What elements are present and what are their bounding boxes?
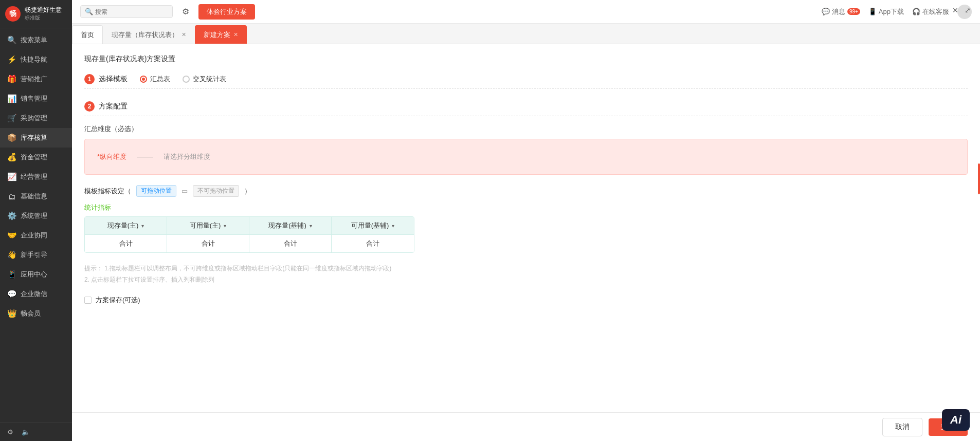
- radio-summary-label: 汇总表: [150, 75, 170, 84]
- indicator-settings: 模板指标设定（ 可拖动位置 ▭ 不可拖动位置 ） 统计指标 现存量(主): [84, 185, 968, 253]
- stats-body-cell-3: 合计: [249, 235, 331, 252]
- stats-col3-label: 现存量(基辅): [268, 221, 306, 230]
- operation-icon: 📈: [7, 172, 16, 181]
- sidebar-item-finance[interactable]: 💰 资金管理: [0, 148, 72, 167]
- sidebar-label-operation: 经营管理: [21, 172, 47, 181]
- sidebar-item-operation[interactable]: 📈 经营管理: [0, 167, 72, 187]
- sidebar-label-basic-info: 基础信息: [21, 192, 47, 201]
- sidebar-item-quick-nav[interactable]: ⚡ 快捷导航: [0, 50, 72, 69]
- topbar: 🔍 ⚙ 体验行业方案 💬 消息 99+ 📱 App下载 🎧 在线客服: [72, 0, 980, 24]
- stats-header-cell-1[interactable]: 现存量(主) ▾: [85, 217, 167, 235]
- search-icon-topbar: 🔍: [85, 8, 93, 15]
- radio-cross[interactable]: 交叉统计表: [183, 75, 226, 84]
- wechat-icon: 💬: [7, 289, 16, 299]
- stats-header-cell-2[interactable]: 可用量(主) ▾: [167, 217, 249, 235]
- section1-header: 1 选择模板 汇总表 交叉统计表: [84, 74, 968, 89]
- expand-window-button[interactable]: ⤢: [964, 6, 972, 14]
- speaker-footer-icon[interactable]: 🔈: [22, 428, 30, 436]
- app-badge: 标准版: [25, 14, 62, 22]
- sidebar-item-inventory[interactable]: 📦 库存核算: [0, 128, 72, 148]
- sidebar-label-marketing: 营销推广: [21, 75, 47, 84]
- page-title: 现存量(库存状况表)方案设置: [84, 54, 968, 64]
- topbar-search-box[interactable]: 🔍: [80, 5, 173, 18]
- topbar-right: 💬 消息 99+ 📱 App下载 🎧 在线客服: [822, 5, 972, 19]
- tab-new-scheme[interactable]: 新建方案 ✕: [195, 25, 247, 44]
- sidebar-label-system: 系统管理: [21, 211, 47, 220]
- scrollbar-indicator[interactable]: [978, 163, 980, 194]
- close-window-button[interactable]: ✕: [951, 6, 959, 14]
- online-service-button[interactable]: 🎧 在线客服: [912, 7, 949, 16]
- app-center-icon: 📱: [7, 270, 16, 279]
- sidebar-item-wechat[interactable]: 💬 企业微信: [0, 284, 72, 304]
- window-controls: ✕ ⤢: [951, 6, 972, 14]
- stats-col1-label: 现存量(主): [107, 221, 139, 230]
- save-checkbox[interactable]: [84, 297, 92, 304]
- try-industry-button[interactable]: 体验行业方案: [198, 4, 255, 20]
- settings-footer-icon[interactable]: ⚙: [7, 428, 13, 436]
- stats-table-body: 合计 合计 合计 合计: [85, 235, 414, 252]
- radio-cross-label: 交叉统计表: [193, 75, 226, 84]
- online-service-label: 在线客服: [922, 7, 949, 16]
- stats-body-col-1: 合计: [85, 235, 167, 252]
- sidebar-item-new-guide[interactable]: 👋 新手引导: [0, 245, 72, 265]
- messages-button[interactable]: 💬 消息 99+: [822, 7, 860, 16]
- draggable-badge: 可拖动位置: [136, 185, 176, 197]
- basic-info-icon: 🗂: [7, 192, 16, 201]
- app-download-button[interactable]: 📱 App下载: [868, 7, 904, 16]
- agreement-icon: 🤝: [7, 231, 16, 240]
- gear-icon: ⚙: [182, 7, 189, 16]
- sidebar-label-new-guide: 新手引导: [21, 250, 47, 260]
- stats-header-cell-4[interactable]: 可用量(基辅) ▾: [332, 217, 414, 235]
- messages-label: 消息: [832, 7, 845, 16]
- purchase-icon: 🛒: [7, 114, 16, 123]
- undraggable-badge: 不可拖动位置: [193, 185, 239, 197]
- sidebar-item-marketing[interactable]: 🎁 营销推广: [0, 69, 72, 89]
- radio-summary[interactable]: 汇总表: [140, 75, 170, 84]
- dimension-box[interactable]: *纵向维度 —— 请选择分组维度: [84, 139, 968, 175]
- sidebar-label-app-center: 应用中心: [21, 270, 47, 279]
- sidebar-item-sales[interactable]: 📊 销售管理: [0, 89, 72, 108]
- indicator-label-row: 模板指标设定（ 可拖动位置 ▭ 不可拖动位置 ）: [84, 185, 968, 197]
- stats-col-2: 可用量(主) ▾: [167, 217, 249, 235]
- stats-header-cell-3[interactable]: 现存量(基辅) ▾: [249, 217, 331, 235]
- tab-inventory-status[interactable]: 现存量（库存状况表） ✕: [103, 25, 195, 44]
- search-icon: 🔍: [7, 35, 16, 45]
- tab-inventory-label: 现存量（库存状况表）: [112, 30, 178, 40]
- sales-icon: 📊: [7, 94, 16, 103]
- save-option[interactable]: 方案保存(可选): [84, 296, 968, 305]
- phone-icon: 📱: [868, 8, 877, 15]
- section-choose-template: 1 选择模板 汇总表 交叉统计表: [84, 74, 968, 89]
- template-radio-group: 汇总表 交叉统计表: [140, 75, 226, 84]
- sidebar-item-search-menu[interactable]: 🔍 搜索菜单: [0, 30, 72, 50]
- section-plan-config: 2 方案配置 汇总维度（必选） *纵向维度 —— 请选择分组维度 模板指标设定（…: [84, 101, 968, 305]
- ai-badge[interactable]: Ai: [942, 409, 970, 431]
- tab-new-scheme-close[interactable]: ✕: [233, 31, 238, 38]
- stats-col2-label: 可用量(主): [190, 221, 221, 230]
- sidebar-item-basic-info[interactable]: 🗂 基础信息: [0, 187, 72, 206]
- tab-inventory-close[interactable]: ✕: [182, 31, 186, 38]
- stats-col4-label: 可用量(基辅): [351, 221, 389, 230]
- topbar-settings-button[interactable]: ⚙: [178, 4, 193, 20]
- tab-home-label: 首页: [81, 30, 94, 40]
- sidebar-nav: 🔍 搜索菜单 ⚡ 快捷导航 🎁 营销推广 📊 销售管理 🛒 采购管理 📦 库存核…: [0, 28, 72, 422]
- save-label: 方案保存(可选): [96, 296, 140, 305]
- sidebar-item-purchase[interactable]: 🛒 采购管理: [0, 108, 72, 128]
- search-input[interactable]: [95, 8, 168, 15]
- tab-home[interactable]: 首页: [72, 25, 103, 44]
- sidebar-item-agreement[interactable]: 🤝 企业协同: [0, 226, 72, 245]
- sidebar-label-finance: 资金管理: [21, 153, 47, 162]
- sidebar-logo: 畅 畅捷通好生意 标准版: [0, 0, 72, 28]
- sidebar-label-quick-nav: 快捷导航: [21, 55, 47, 64]
- member-icon: 👑: [7, 309, 16, 318]
- section1-title: 选择模板: [99, 75, 128, 84]
- stats-col-4: 可用量(基辅) ▾: [332, 217, 414, 235]
- sidebar-item-member[interactable]: 👑 畅会员: [0, 304, 72, 323]
- sidebar-item-app-center[interactable]: 📱 应用中心: [0, 265, 72, 284]
- cancel-button[interactable]: 取消: [882, 418, 922, 436]
- stats-table: 现存量(主) ▾ 可用量(主) ▾: [84, 216, 414, 253]
- message-icon: 💬: [822, 8, 830, 15]
- sidebar-item-system[interactable]: ⚙️ 系统管理: [0, 206, 72, 226]
- dimension-required-text: *纵向维度: [97, 152, 126, 161]
- stats-col-1: 现存量(主) ▾: [85, 217, 167, 235]
- tabs-bar: 首页 现存量（库存状况表） ✕ 新建方案 ✕: [72, 24, 980, 44]
